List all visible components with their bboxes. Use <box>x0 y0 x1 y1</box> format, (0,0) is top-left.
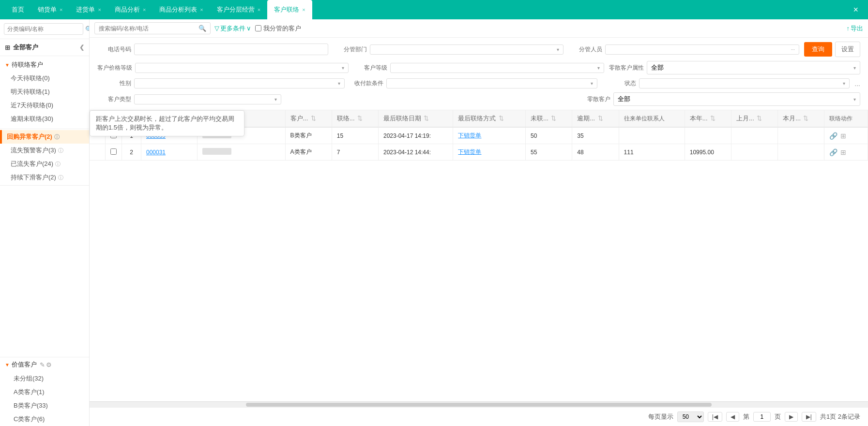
my-customers-checkbox[interactable] <box>255 25 261 31</box>
horizontal-scrollbar[interactable] <box>90 401 868 407</box>
nav-product-analysis-close[interactable]: × <box>143 7 146 13</box>
row1-last-date: 2023-04-17 14:19: <box>378 127 453 144</box>
dept-select[interactable]: ▾ <box>370 44 564 55</box>
nav-home[interactable]: 首页 <box>5 0 31 19</box>
pending-arrow-icon: ▼ <box>5 62 10 68</box>
row2-code[interactable]: 000031 <box>141 144 198 161</box>
sidebar-item-today-contact[interactable]: 今天待联络(0) <box>0 72 89 85</box>
row1-last-month <box>731 127 777 144</box>
prev-page-button[interactable]: ◀ <box>726 412 739 422</box>
edit-icon[interactable]: ✎ <box>40 361 45 368</box>
search-button[interactable]: 🔍 <box>198 25 206 32</box>
sidebar-item-overdue-contact[interactable]: 逾期未联络(30) <box>0 112 89 126</box>
tooltip: 距客户上次交易时长，超过了此客户的平均交易周期的1.5倍，则视为异常。 <box>90 110 244 136</box>
row2-grid-icon[interactable]: ⊞ <box>840 148 846 156</box>
last-contact-date-col-header[interactable]: 最后联络日期 ⇅ <box>378 110 453 127</box>
sidebar-item-tomorrow-contact[interactable]: 明天待联络(1) <box>0 85 89 99</box>
info-icon-declining: ⓘ <box>58 174 63 181</box>
row2-contacts: 111 <box>619 144 685 161</box>
this-month-col-header[interactable]: 本月... ⇅ <box>778 110 824 127</box>
nav-customer-contact-close[interactable]: × <box>302 7 305 13</box>
nav-product-analysis-list[interactable]: 商品分析列表 × <box>152 0 210 19</box>
nav-product-analysis-list-close[interactable]: × <box>200 7 203 13</box>
row1-contact-count: 15 <box>332 127 378 144</box>
customer-type-select[interactable]: ▾ <box>134 94 281 104</box>
settings-icon-sidebar[interactable]: ⚙ <box>46 361 52 368</box>
search-input[interactable] <box>99 25 197 32</box>
sidebar-search-input[interactable] <box>4 23 83 35</box>
more-conditions-button[interactable]: ▽ 更多条件 ∨ <box>214 24 251 33</box>
sidebar-item-repurchase-abnormal[interactable]: 回购异常客户(2) ⓘ <box>0 130 89 144</box>
overdue-col-header[interactable]: 逾期... ⇅ <box>572 110 619 127</box>
sidebar-item-a-class[interactable]: A类客户(1) <box>0 385 89 399</box>
sidebar-item-b-class[interactable]: B类客户(33) <box>0 399 89 412</box>
query-button[interactable]: 查询 <box>804 42 832 57</box>
type-sort-icon: ⇅ <box>311 115 316 122</box>
grade-price-select[interactable]: ▾ <box>135 63 349 73</box>
row1-last-method[interactable]: 下销货单 <box>453 127 526 144</box>
nav-customer-tiering-close[interactable]: × <box>258 7 260 13</box>
filter-row-2: 客户价格等级 ▾ 客户等级 ▾ 零散客户属性 全部 <box>97 61 860 74</box>
row1-contacts <box>619 127 685 144</box>
nav-sales-order[interactable]: 销货单 × <box>31 0 69 19</box>
sidebar-item-7day-contact[interactable]: 近7天待联络(0) <box>0 99 89 112</box>
action-col-header: 联络动作 <box>824 110 868 127</box>
contact-count-sort-icon: ⇅ <box>357 115 363 122</box>
row2-link-icon[interactable]: 🔗 <box>829 148 838 156</box>
status-label: 状态 <box>602 79 636 88</box>
last-page-button[interactable]: ▶| <box>802 412 816 422</box>
row1-grid-icon[interactable]: ⊞ <box>840 132 846 140</box>
row1-link-icon[interactable]: 🔗 <box>829 132 838 140</box>
sidebar-collapse-button[interactable]: ❮ <box>79 44 84 51</box>
retail-customer-select[interactable]: 全部 ▾ <box>613 92 860 106</box>
overdue-sort-icon: ⇅ <box>598 115 603 122</box>
gender-select[interactable]: ▾ <box>134 78 345 88</box>
filter-bar: 🔍 ▽ 更多条件 ∨ 我分管的客户 ↑ 导出 <box>90 19 868 38</box>
sidebar: 🔍 ⊞ 全部客户 ❮ ▼ 待联络客户 今天待联络(0) 明天待联络(1) 近7天… <box>0 19 90 426</box>
window-close-button[interactable]: × <box>848 5 863 15</box>
payment-label: 收付款条件 <box>350 79 383 88</box>
nav-purchase-order[interactable]: 进货单 × <box>69 0 107 19</box>
sidebar-item-lost[interactable]: 已流失客户(24) ⓘ <box>0 157 89 171</box>
status-chevron-icon: ▾ <box>843 81 845 86</box>
my-customers-toggle[interactable]: 我分管的客户 <box>255 24 301 33</box>
page-input[interactable] <box>753 412 771 422</box>
sidebar-search-icon[interactable]: 🔍 <box>85 26 90 33</box>
status-select[interactable]: ▾ <box>639 78 850 88</box>
type-col-header[interactable]: 客户... ⇅ <box>285 110 332 127</box>
first-page-button[interactable]: |◀ <box>708 412 722 422</box>
nav-customer-tiering[interactable]: 客户分层经营 × <box>210 0 267 19</box>
sidebar-item-declining[interactable]: 持续下滑客户(2) ⓘ <box>0 171 89 184</box>
per-page-select[interactable]: 50 20 100 <box>677 411 704 422</box>
last-contact-method-col-header[interactable]: 最后联络方式 ⇅ <box>453 110 526 127</box>
export-button[interactable]: ↑ 导出 <box>847 24 864 33</box>
last-month-col-header[interactable]: 上月... ⇅ <box>731 110 777 127</box>
payment-select[interactable]: ▾ <box>386 78 597 88</box>
phone-input[interactable] <box>134 44 328 55</box>
nav-sales-order-close[interactable]: × <box>60 7 62 13</box>
nav-product-analysis[interactable]: 商品分析 × <box>108 0 152 19</box>
settings-button[interactable]: 设置 <box>835 42 860 57</box>
row2-last-month <box>731 144 777 161</box>
person-select[interactable]: ··· <box>605 44 799 55</box>
sidebar-item-c-class[interactable]: C类客户(6) <box>0 412 89 426</box>
per-page-label: 每页显示 <box>648 412 673 421</box>
sidebar-item-lost-warning[interactable]: 流失预警客户(3) ⓘ <box>0 144 89 157</box>
grade-select[interactable]: ▾ <box>390 63 605 73</box>
retail-attr-select[interactable]: 全部 ▾ <box>647 61 860 74</box>
nav-purchase-order-close[interactable]: × <box>98 7 101 13</box>
unread-col-header[interactable]: 未联... ⇅ <box>526 110 572 127</box>
scroll-thumb[interactable] <box>246 403 712 407</box>
person-field: 分管人员 ··· <box>568 44 799 55</box>
row2-last-method[interactable]: 下销货单 <box>453 144 526 161</box>
next-page-button[interactable]: ▶ <box>785 412 798 422</box>
content-area: 🔍 ▽ 更多条件 ∨ 我分管的客户 ↑ 导出 电话号码 <box>90 19 868 426</box>
nav-customer-contact[interactable]: 客户联络 × <box>267 0 312 19</box>
more-dots-button[interactable]: ... <box>854 80 860 88</box>
this-year-col-header[interactable]: 本年... ⇅ <box>685 110 731 127</box>
retail-customer-chevron-icon: ▾ <box>853 97 856 102</box>
row2-select-checkbox[interactable] <box>110 148 117 155</box>
sidebar-item-unclassified[interactable]: 未分组(32) <box>0 372 89 385</box>
pending-contact-group-header[interactable]: ▼ 待联络客户 <box>0 58 89 72</box>
contact-count-col-header[interactable]: 联络... ⇅ <box>332 110 378 127</box>
